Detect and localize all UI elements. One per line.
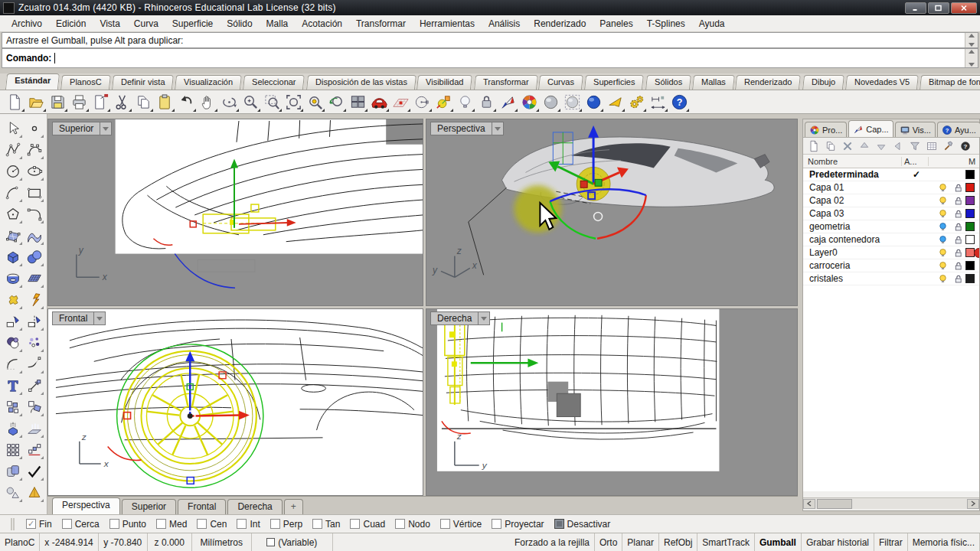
toolbar-tab-disposicion-de-las-vistas[interactable]: Disposición de las vistas [306,75,416,90]
column-name[interactable]: Nombre [803,157,902,166]
mesh-plane-icon[interactable] [24,269,44,289]
layer-visibility-bulb-icon[interactable] [935,209,950,219]
toolbar-tab-novedades-v5[interactable]: Novedades V5 [845,75,919,90]
viewport-tab-derecha[interactable]: Derecha [227,499,282,514]
close-button[interactable] [951,2,977,14]
move-up-icon[interactable] [857,139,872,154]
osnap-vertice[interactable]: Vértice [440,519,482,530]
layer-visibility-bulb-icon[interactable] [935,248,950,258]
copy-objects-icon[interactable] [3,397,23,417]
layer-lock-icon[interactable] [950,261,965,271]
osnap-proyectar-checkbox[interactable] [492,519,501,529]
ghosted-display-icon[interactable] [562,92,583,112]
layer-visibility-bulb-icon[interactable] [935,196,950,206]
superior-viewport-title[interactable]: Superior [52,122,100,135]
zoom-selected-icon[interactable] [305,92,325,112]
layer-name[interactable]: cristales [803,273,908,284]
point-icon[interactable] [24,119,44,139]
toolbar-tab-mallas[interactable]: Mallas [692,75,735,90]
layer-current-mark[interactable]: ✓ [908,169,935,180]
menu-herramientas[interactable]: Herramientas [413,17,482,31]
viewport-tab-perspectiva[interactable]: Perspectiva [52,497,120,514]
toolbar-tab-seleccionar[interactable]: Seleccionar [243,75,305,90]
statusbar-toggle-orto[interactable]: Orto [595,533,622,551]
array-grid-icon[interactable] [3,440,23,460]
new-file-icon[interactable] [5,92,25,112]
perspectiva-viewport-label[interactable]: Perspectiva [430,122,504,135]
osnap-nodo[interactable]: Nodo [395,519,430,530]
viewport-perspectiva[interactable]: z x y Perspectiva [426,119,798,306]
toolbar-tab-curvas[interactable]: Curvas [538,75,583,90]
ellipse-icon[interactable] [24,161,44,181]
osnap-fin[interactable]: ✓Fin [26,519,52,530]
circle-icon[interactable] [3,161,23,181]
layer-visibility-bulb-icon[interactable] [935,235,950,245]
statusbar-toggle-planar[interactable]: Planar [622,533,659,551]
statusbar-toggle-forzado-a-la-rejilla[interactable]: Forzado a la rejilla [510,533,595,551]
column-material[interactable]: M [969,157,979,166]
layer-color-swatch[interactable] [965,183,975,192]
perspectiva-viewport-title[interactable]: Perspectiva [430,122,492,135]
layer-row-capa-02[interactable]: Capa 02 [803,194,979,207]
dimension-icon[interactable] [648,92,668,112]
cplanes-icon[interactable] [390,92,411,112]
maximize-button[interactable] [928,2,949,14]
toolbar-tab-solidos[interactable]: Sólidos [645,75,691,90]
menu-vista[interactable]: Vista [93,17,126,31]
statusbar-toggle-filtrar[interactable]: Filtrar [874,533,908,551]
layer-color-swatch[interactable] [965,209,975,218]
panel-tab-capas[interactable]: Cap... [848,120,893,137]
layer-lock-icon[interactable] [950,235,965,245]
layer-row-layer0[interactable]: Layer0 [803,246,979,259]
rectangle-icon[interactable] [24,183,44,203]
layer-name[interactable]: carroceria [803,260,908,271]
layer-name[interactable]: Capa 01 [803,182,908,193]
dragged-wheel-ghost[interactable] [514,185,562,232]
osnap-vertice-checkbox[interactable] [440,519,450,529]
filter-icon[interactable] [907,139,923,154]
layer-row-carroceria[interactable]: carroceria [803,259,979,272]
surface-points-icon[interactable] [3,226,23,246]
toolbar-tab-renderizado[interactable]: Renderizado [735,75,801,90]
toolbar-tab-superficies[interactable]: Superficies [584,75,644,90]
zoom-dynamic-icon[interactable] [240,92,261,112]
check-icon[interactable] [24,461,44,481]
layer-row-predeterminada[interactable]: Predeterminada✓ [803,168,979,181]
pyramid-icon[interactable] [24,483,44,503]
osnap-tan[interactable]: Tan [312,519,340,530]
copy-icon[interactable] [133,92,154,112]
shaded-display-icon[interactable] [541,92,561,112]
menu-paneles[interactable]: Paneles [593,17,639,31]
layer-row-caja-contenedora[interactable]: caja contenedora [803,233,979,246]
derecha-viewport-menu-arrow[interactable] [479,311,490,325]
zoom-extents-icon[interactable] [283,92,304,112]
panel-tab-ayuda[interactable]: ?Ayu... [937,122,980,137]
osnap-cerca-checkbox[interactable] [62,519,72,529]
command-line-spinner[interactable] [965,49,978,67]
frontal-wheel-selection[interactable] [108,344,263,487]
osnap-fin-checkbox[interactable]: ✓ [26,519,36,529]
derecha-viewport-title[interactable]: Derecha [430,311,479,325]
toolbar-tab-definir-vista[interactable]: Definir vista [112,75,174,90]
primitives-icon[interactable] [3,483,23,503]
frontal-viewport-label[interactable]: Frontal [52,311,106,325]
layer-lock-icon[interactable] [950,209,965,219]
options-gears-icon[interactable] [626,92,647,112]
open-file-icon[interactable] [26,92,47,112]
menu-malla[interactable]: Malla [260,17,296,31]
osnap-cuad-checkbox[interactable] [350,519,360,529]
osnap-cerca[interactable]: Cerca [62,519,100,530]
panel-horizontal-scrollbar[interactable] [803,497,979,509]
layer-lock-icon[interactable] [950,248,965,258]
torus-icon[interactable] [3,269,23,289]
layer-visibility-bulb-icon[interactable] [935,274,950,284]
lights-icon[interactable] [24,419,44,439]
control-point-curve-icon[interactable] [24,140,44,160]
menu-edicion[interactable]: Edición [49,17,93,31]
osnap-int-checkbox[interactable] [237,519,247,529]
derecha-viewport-label[interactable]: Derecha [430,311,490,325]
layer-color-swatch[interactable] [965,170,975,179]
osnap-med-checkbox[interactable] [156,519,166,529]
osnap-grip[interactable] [11,518,15,530]
layer-lock-icon[interactable] [950,274,965,284]
